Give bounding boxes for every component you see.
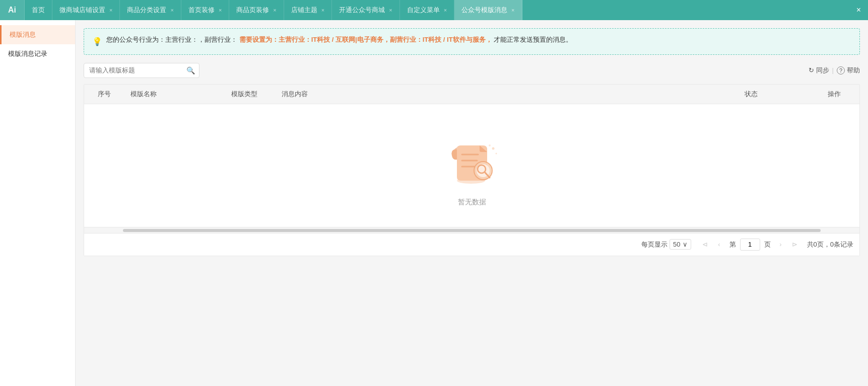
close-theme-icon[interactable]: ×	[321, 7, 324, 13]
close-all-button[interactable]: ×	[849, 6, 868, 15]
tab-theme[interactable]: 店铺主题 ×	[284, 0, 332, 20]
scrollbar-track	[123, 229, 821, 232]
col-header-content: 消息内容	[276, 90, 739, 99]
page-label: 第	[729, 240, 736, 249]
tab-wxmall-label: 开通公众号商城	[339, 6, 385, 15]
notice-icon: 💡	[92, 35, 102, 48]
search-icon: 🔍	[186, 66, 195, 74]
empty-text: 暂无数据	[458, 198, 486, 207]
notice-text: 您的公众号行业为：主营行业：，副营行业： 需要设置为：主营行业：IT科技 / 互…	[106, 35, 851, 45]
tab-wshop-label: 微商城店铺设置	[59, 6, 105, 15]
col-header-name: 模版名称	[124, 90, 225, 99]
help-button[interactable]: ? 帮助	[837, 66, 860, 75]
svg-point-10	[489, 144, 491, 146]
sidebar: 模版消息 模版消息记录	[0, 20, 76, 386]
per-page-label: 每页显示	[641, 240, 667, 249]
data-table: 序号 模版名称 模版类型 消息内容 状态 操作	[84, 84, 860, 256]
page-number-input[interactable]	[740, 239, 760, 251]
empty-illustration	[442, 134, 502, 190]
close-homepage-icon[interactable]: ×	[219, 7, 222, 13]
tab-theme-label: 店铺主题	[291, 6, 317, 15]
col-header-seq: 序号	[84, 90, 124, 99]
sync-label: 同步	[816, 66, 829, 75]
tab-home-label: 首页	[32, 6, 45, 15]
col-header-type: 模版类型	[225, 90, 276, 99]
search-button[interactable]: 🔍	[182, 63, 199, 78]
search-right-actions: ↻ 同步 | ? 帮助	[809, 66, 860, 75]
col-header-status: 状态	[739, 90, 809, 99]
tab-custommenu[interactable]: 自定义菜单 ×	[400, 0, 454, 20]
page-suffix: 页	[764, 240, 771, 249]
svg-point-8	[492, 147, 494, 149]
tab-category[interactable]: 商品分类设置 ×	[120, 0, 181, 20]
tab-category-label: 商品分类设置	[127, 6, 166, 15]
last-page-button[interactable]: ⊳	[789, 239, 801, 251]
close-templatemsg-icon[interactable]: ×	[511, 7, 514, 13]
page-controls: ⊲ ‹ 第 页 › ⊳ 共0页，0条记录	[699, 239, 853, 251]
next-page-button[interactable]: ›	[775, 239, 787, 251]
tab-productpage-label: 商品页装修	[236, 6, 269, 15]
logo-tab: Ai	[0, 0, 25, 20]
notice-highlight: 需要设置为：主营行业：IT科技 / 互联网|电子商务，副营行业：IT科技 / I…	[239, 36, 492, 43]
first-page-button[interactable]: ⊲	[699, 239, 711, 251]
refresh-icon: ↻	[809, 66, 814, 74]
empty-state: 暂无数据	[84, 104, 859, 227]
tab-home[interactable]: 首页	[25, 0, 52, 20]
close-productpage-icon[interactable]: ×	[273, 7, 276, 13]
help-label: 帮助	[847, 66, 860, 75]
notice-box: 💡 您的公众号行业为：主营行业：，副营行业： 需要设置为：主营行业：IT科技 /…	[84, 28, 860, 55]
pagination: 每页显示 50 ∨ ⊲ ‹ 第 页 › ⊳ 共0页，0条记录	[84, 233, 859, 256]
tab-homepage[interactable]: 首页装修 ×	[181, 0, 229, 20]
horizontal-scrollbar[interactable]	[84, 227, 859, 233]
page-size-dropdown[interactable]: 50 ∨	[670, 239, 691, 250]
search-input-wrapper: 🔍	[84, 63, 199, 78]
close-wxmall-icon[interactable]: ×	[389, 7, 392, 13]
close-wshop-icon[interactable]: ×	[109, 7, 112, 13]
logo-text: Ai	[8, 6, 16, 15]
close-category-icon[interactable]: ×	[170, 7, 173, 13]
prev-page-button[interactable]: ‹	[713, 239, 725, 251]
search-bar: 🔍 ↻ 同步 | ? 帮助	[84, 63, 860, 78]
tab-wxmall[interactable]: 开通公众号商城 ×	[332, 0, 399, 20]
top-navigation: Ai 首页 微商城店铺设置 × 商品分类设置 × 首页装修 × 商品页装修 × …	[0, 0, 868, 20]
dropdown-chevron-icon: ∨	[683, 241, 688, 248]
sidebar-item-template[interactable]: 模版消息	[0, 25, 75, 44]
sidebar-item-record-label: 模版消息记录	[8, 50, 47, 57]
sync-button[interactable]: ↻ 同步	[809, 66, 829, 75]
sidebar-item-template-label: 模版消息	[10, 31, 36, 38]
table-header: 序号 模版名称 模版类型 消息内容 状态 操作	[84, 85, 859, 104]
divider: |	[832, 66, 834, 74]
tab-homepage-label: 首页装修	[188, 6, 215, 15]
tab-custommenu-label: 自定义菜单	[407, 6, 440, 15]
close-custommenu-icon[interactable]: ×	[444, 7, 447, 13]
notice-prefix: 您的公众号行业为：主营行业：，副营行业：	[106, 36, 237, 43]
svg-point-9	[495, 152, 497, 154]
notice-suffix: 才能正常发送预置的消息。	[494, 36, 572, 43]
tab-productpage[interactable]: 商品页装修 ×	[229, 0, 284, 20]
tab-wshop[interactable]: 微商城店铺设置 ×	[52, 0, 120, 20]
page-total: 共0页，0条记录	[807, 240, 853, 249]
col-header-action: 操作	[809, 90, 859, 99]
sidebar-item-record[interactable]: 模版消息记录	[0, 44, 75, 63]
tab-templatemsg-label: 公众号模版消息	[461, 6, 507, 15]
help-circle-icon: ?	[837, 66, 845, 74]
page-size-select: 每页显示 50 ∨	[641, 239, 691, 250]
search-input[interactable]	[84, 63, 182, 77]
main-layout: 模版消息 模版消息记录 💡 您的公众号行业为：主营行业：，副营行业： 需要设置为…	[0, 20, 868, 386]
content-area: 💡 您的公众号行业为：主营行业：，副营行业： 需要设置为：主营行业：IT科技 /…	[76, 20, 868, 386]
tab-templatemsg[interactable]: 公众号模版消息 ×	[454, 0, 522, 20]
page-size-value: 50	[673, 241, 680, 248]
